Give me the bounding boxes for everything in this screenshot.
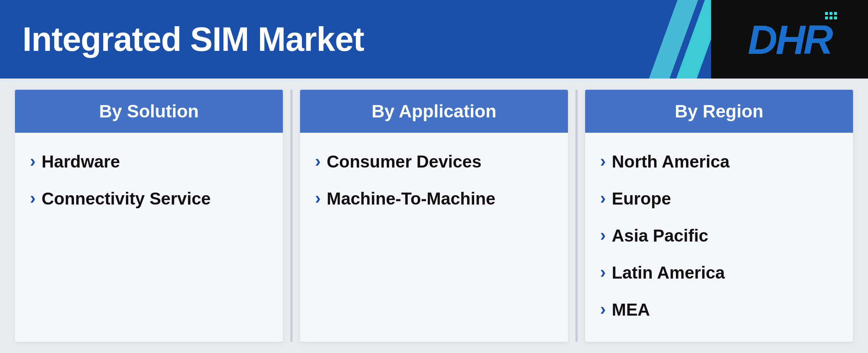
- logo-letter-h: H: [776, 16, 803, 62]
- list-item-text: Latin America: [612, 263, 725, 283]
- list-item-text: Consumer Devices: [327, 151, 481, 172]
- logo-dot: [825, 16, 828, 19]
- list-item-text: Connectivity Service: [41, 188, 211, 209]
- logo-dot: [834, 12, 837, 15]
- content-area: By Solution › Hardware › Connectivity Se…: [0, 79, 868, 353]
- logo-dot: [830, 12, 833, 15]
- list-item: › Connectivity Service: [30, 188, 268, 209]
- list-item: › Latin America: [600, 263, 838, 283]
- header: Integrated SIM Market DHR: [0, 0, 868, 79]
- column-region: By Region › North America › Europe › Asi…: [585, 90, 853, 342]
- chevron-icon: ›: [600, 226, 606, 243]
- list-item: › Asia Pacific: [600, 225, 838, 246]
- column-region-body: › North America › Europe › Asia Pacific …: [585, 133, 853, 342]
- list-item: › MEA: [600, 300, 838, 320]
- chevron-icon: ›: [600, 152, 606, 169]
- column-application: By Application › Consumer Devices › Mach…: [300, 90, 568, 342]
- chevron-icon: ›: [30, 189, 35, 206]
- logo-dots: [825, 12, 837, 19]
- list-item: › Consumer Devices: [315, 151, 553, 172]
- list-item-text: Asia Pacific: [612, 225, 708, 246]
- chevron-icon: ›: [600, 300, 606, 317]
- chevron-icon: ›: [30, 152, 35, 169]
- list-item: › Machine-To-Machine: [315, 188, 553, 209]
- header-decoration: [663, 0, 711, 79]
- chevron-icon: ›: [600, 189, 606, 206]
- logo-letter-r: R: [803, 16, 831, 62]
- column-solution-body: › Hardware › Connectivity Service: [15, 133, 283, 342]
- chevron-icon: ›: [315, 152, 321, 169]
- column-solution-header: By Solution: [15, 90, 283, 133]
- column-divider: [575, 90, 578, 342]
- logo-area: DHR: [711, 0, 868, 79]
- chevron-icon: ›: [600, 263, 606, 280]
- page-title: Integrated SIM Market: [22, 20, 364, 59]
- column-divider: [290, 90, 293, 342]
- logo-dot: [830, 16, 833, 19]
- column-region-header: By Region: [585, 90, 853, 133]
- column-solution: By Solution › Hardware › Connectivity Se…: [15, 90, 283, 342]
- dhr-logo: DHR: [748, 16, 831, 63]
- column-application-body: › Consumer Devices › Machine-To-Machine: [300, 133, 568, 342]
- list-item-text: MEA: [612, 300, 650, 320]
- list-item-text: Hardware: [41, 151, 120, 172]
- chevron-icon: ›: [315, 189, 321, 206]
- list-item: › Europe: [600, 188, 838, 209]
- page-wrapper: Integrated SIM Market DHR: [0, 0, 868, 353]
- list-item-text: Machine-To-Machine: [327, 188, 495, 209]
- logo-dot: [834, 16, 837, 19]
- column-solution-header-text: By Solution: [99, 101, 199, 121]
- column-application-header-text: By Application: [371, 101, 496, 121]
- column-application-header: By Application: [300, 90, 568, 133]
- logo-dot: [825, 12, 828, 15]
- list-item-text: Europe: [612, 188, 671, 209]
- list-item-text: North America: [612, 151, 729, 172]
- list-item: › North America: [600, 151, 838, 172]
- list-item: › Hardware: [30, 151, 268, 172]
- logo-letter-d: D: [748, 16, 775, 62]
- column-region-header-text: By Region: [675, 101, 763, 121]
